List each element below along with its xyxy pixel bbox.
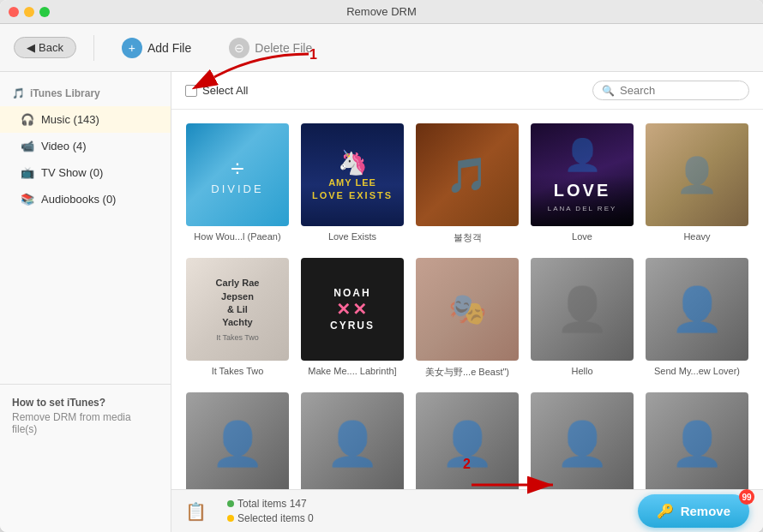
sidebar: 🎵 iTunes Library 🎧 Music (143) 📹 Video (… bbox=[0, 72, 171, 532]
status-bar: 📋 Total items 147 Selected items 0 🔑 bbox=[171, 489, 763, 532]
album-cover: 🎭 bbox=[416, 258, 519, 361]
status-info: Total items 147 Selected items 0 bbox=[227, 498, 314, 524]
main-window: Remove DRM ◀ Back + Add File ⊖ Delete Fi… bbox=[0, 0, 763, 532]
list-item[interactable]: Carly RaeJepsen& LilYachty It Takes Two … bbox=[185, 258, 290, 379]
album-cover: 👤 bbox=[531, 258, 634, 361]
maximize-button[interactable] bbox=[39, 7, 50, 17]
list-item[interactable]: NOAH✕✕CYRUS Make Me.... Labrinth] bbox=[300, 258, 405, 379]
list-item[interactable]: 👤 Hello bbox=[530, 258, 634, 379]
green-dot bbox=[227, 500, 234, 507]
album-title: Heavy bbox=[683, 231, 710, 242]
list-item[interactable]: 👤 bbox=[300, 392, 405, 489]
list-item[interactable]: 👤 bbox=[530, 392, 634, 489]
album-cover: NOAH✕✕CYRUS bbox=[301, 258, 404, 361]
list-item[interactable]: ÷ DIVIDE How Wou...l (Paean) bbox=[185, 123, 290, 244]
album-cover: 👤 bbox=[301, 392, 404, 489]
list-item[interactable]: LOVE LANA DEL REY 👤 Love bbox=[530, 123, 634, 244]
album-title: Love bbox=[572, 231, 592, 242]
list-item[interactable]: 👤 bbox=[185, 392, 290, 489]
title-bar: Remove DRM bbox=[0, 0, 763, 24]
total-items-line: Total items 147 bbox=[227, 498, 314, 510]
list-item[interactable]: 👤 Send My...ew Lover) bbox=[645, 258, 749, 379]
album-cover: 👤 bbox=[186, 392, 289, 489]
toolbar: ◀ Back + Add File ⊖ Delete File bbox=[0, 24, 763, 72]
sidebar-item-tvshow[interactable]: 📺 TV Show (0) bbox=[0, 159, 171, 186]
album-cover: 👤 bbox=[646, 258, 748, 361]
music-note-icon: 🎵 bbox=[12, 87, 25, 99]
info-icon: 📋 bbox=[185, 501, 207, 522]
back-button[interactable]: ◀ Back bbox=[14, 37, 76, 58]
video-icon: 📹 bbox=[21, 140, 34, 152]
list-item[interactable]: 🎵 불청객 bbox=[415, 123, 520, 244]
search-box[interactable]: 🔍 bbox=[592, 81, 749, 100]
tv-icon: 📺 bbox=[21, 166, 34, 179]
album-grid-area: ÷ DIVIDE How Wou...l (Paean) 🦄 AMY LEELO… bbox=[171, 110, 763, 489]
list-item[interactable]: 👤 Heavy bbox=[645, 123, 749, 244]
sidebar-item-video[interactable]: 📹 Video (4) bbox=[0, 133, 171, 159]
album-cover: 🎵 bbox=[416, 123, 519, 226]
add-file-icon: + bbox=[122, 38, 142, 58]
select-all-checkbox[interactable] bbox=[185, 85, 197, 97]
close-button[interactable] bbox=[9, 7, 19, 17]
sidebar-item-music[interactable]: 🎧 Music (143) bbox=[0, 106, 171, 133]
headphones-icon: 🎧 bbox=[21, 113, 34, 126]
album-title: 美女与野...e Beast") bbox=[425, 366, 509, 379]
sidebar-library-label: 🎵 iTunes Library bbox=[0, 81, 171, 106]
delete-file-button[interactable]: ⊖ Delete File bbox=[219, 33, 322, 63]
window-title: Remove DRM bbox=[346, 5, 417, 18]
album-cover: ÷ DIVIDE bbox=[186, 123, 289, 226]
album-title: How Wou...l (Paean) bbox=[194, 231, 280, 242]
album-cover: LOVE LANA DEL REY 👤 bbox=[531, 123, 634, 226]
album-title: 불청객 bbox=[454, 231, 482, 244]
delete-file-icon: ⊖ bbox=[229, 38, 249, 58]
help-title: How to set iTunes? bbox=[12, 397, 159, 409]
list-item[interactable]: 🦄 AMY LEELOVE EXISTS Love Exists bbox=[300, 123, 405, 244]
album-cover: 👤 bbox=[531, 392, 634, 489]
content-toolbar: Select All 🔍 bbox=[171, 72, 763, 110]
content-area: Select All 🔍 ÷ bbox=[171, 72, 763, 532]
album-title: It Takes Two bbox=[212, 366, 264, 376]
album-grid: ÷ DIVIDE How Wou...l (Paean) 🦄 AMY LEELO… bbox=[185, 123, 749, 489]
book-icon: 📚 bbox=[21, 193, 34, 206]
album-title: Send My...ew Lover) bbox=[654, 366, 740, 376]
album-title: Make Me.... Labrinth] bbox=[308, 366, 396, 376]
window-controls bbox=[9, 7, 50, 17]
album-cover: Carly RaeJepsen& LilYachty It Takes Two bbox=[186, 258, 289, 361]
help-subtitle: Remove DRM from media file(s) bbox=[12, 411, 159, 435]
album-title: Love Exists bbox=[328, 231, 376, 242]
selected-items-line: Selected items 0 bbox=[227, 512, 314, 524]
list-item[interactable]: 👤 bbox=[645, 392, 749, 489]
remove-badge: 99 bbox=[739, 489, 754, 505]
album-cover: 🦄 AMY LEELOVE EXISTS bbox=[301, 123, 404, 226]
yellow-dot bbox=[227, 515, 234, 522]
album-cover: 👤 bbox=[646, 123, 748, 226]
minimize-button[interactable] bbox=[24, 7, 34, 17]
main-area: 🎵 iTunes Library 🎧 Music (143) 📹 Video (… bbox=[0, 72, 763, 532]
add-file-button[interactable]: + Add File bbox=[111, 33, 201, 63]
search-input[interactable] bbox=[620, 84, 740, 97]
album-cover: 👤 bbox=[646, 392, 748, 489]
sidebar-item-audiobooks[interactable]: 📚 Audiobooks (0) bbox=[0, 186, 171, 212]
album-cover: 👤 bbox=[416, 392, 519, 489]
list-item[interactable]: 👤 bbox=[415, 392, 520, 489]
back-arrow-icon: ◀ bbox=[27, 41, 35, 54]
remove-button[interactable]: 🔑 Remove 99 bbox=[638, 494, 749, 528]
key-icon: 🔑 bbox=[657, 503, 674, 519]
select-all-label[interactable]: Select All bbox=[185, 84, 248, 97]
list-item[interactable]: 🎭 美女与野...e Beast") bbox=[415, 258, 520, 379]
search-icon: 🔍 bbox=[602, 85, 615, 97]
album-title: Hello bbox=[571, 366, 592, 376]
